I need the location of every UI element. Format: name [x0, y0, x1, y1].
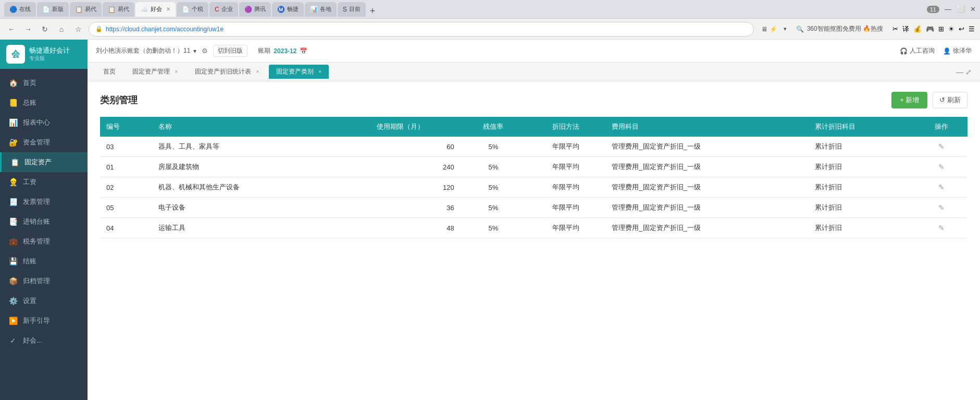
browser-tab-7[interactable]: 🟣 腾讯 — [239, 2, 271, 17]
sidebar-item-inventory[interactable]: 📑 进销台账 — [0, 212, 88, 232]
sun-icon[interactable]: ☀ — [948, 25, 954, 33]
cell-method-2: 年限平均 — [526, 177, 605, 198]
refresh-button[interactable]: ↺ 刷新 — [933, 92, 967, 108]
content-header: 类别管理 + 新增 ↺ 刷新 — [100, 92, 967, 108]
sidebar-item-extra[interactable]: ✓ 好会... — [0, 331, 88, 350]
edit-icon-2[interactable]: ✎ — [938, 183, 945, 191]
cell-code-4[interactable]: 04 — [100, 218, 152, 238]
page-tabs: 首页 固定资产管理 × 固定资产折旧统计表 × 固定资产类别 × — ⤢ — [88, 63, 980, 81]
cell-method-4: 年限平均 — [526, 218, 605, 238]
search-area[interactable]: 🔍 360智能抠图免费用 🔥热搜 — [796, 25, 883, 33]
cell-action-1[interactable]: ✎ — [915, 157, 967, 177]
home-button[interactable]: ⌂ — [55, 23, 68, 35]
sidebar-item-fixed-assets[interactable]: 📋 固定资产 — [0, 152, 88, 172]
calendar-icon[interactable]: 📅 — [300, 47, 307, 55]
account-settings-icon[interactable]: ⚙ — [202, 47, 208, 55]
browser-tab-close-4[interactable]: ✕ — [166, 6, 170, 12]
browser-tab-6[interactable]: C 企业 — [209, 2, 238, 17]
tab-close-asset-category[interactable]: × — [318, 68, 321, 75]
browser-tab-8[interactable]: Ⓜ️ 畅捷 — [272, 2, 304, 17]
logo-icon: 会 — [6, 45, 25, 64]
edit-icon-0[interactable]: ✎ — [938, 142, 945, 151]
sidebar-item-ledger[interactable]: 📒 总账 — [0, 93, 88, 113]
forward-button[interactable]: → — [22, 23, 34, 35]
sidebar-item-reports[interactable]: 📊 报表中心 — [0, 113, 88, 132]
edit-icon-4[interactable]: ✎ — [938, 224, 945, 232]
cell-period-0: 60 — [340, 137, 461, 157]
tab-home[interactable]: 首页 — [96, 65, 123, 79]
dropdown-icon[interactable]: ▾ — [193, 47, 196, 55]
cell-method-3: 年限平均 — [526, 198, 605, 218]
new-tab-button[interactable]: + — [367, 6, 379, 17]
sidebar-item-guide[interactable]: ▶️ 新手引导 — [0, 311, 88, 331]
browser-tab-5[interactable]: 📄 个税 — [177, 2, 208, 17]
edit-icon-1[interactable]: ✎ — [938, 163, 945, 171]
browser-tab-10[interactable]: S 目前 — [338, 2, 366, 17]
logo-text-area: 畅捷通好会计 专业版 — [29, 46, 70, 63]
window-minimize[interactable]: — — [945, 5, 951, 13]
browser-dropdown[interactable]: ▾ — [784, 26, 787, 32]
col-header-residual: 残值率 — [461, 117, 526, 137]
col-header-accum: 累计折旧科目 — [809, 117, 915, 137]
tab-fixed-assets-mgmt[interactable]: 固定资产管理 × — [125, 65, 185, 79]
sidebar-item-tax[interactable]: 💼 税务管理 — [0, 232, 88, 251]
edit-icon-3[interactable]: ✎ — [938, 203, 945, 212]
window-maximize[interactable]: ⬜ — [957, 5, 965, 13]
cell-code-0[interactable]: 03 — [100, 137, 152, 157]
add-button[interactable]: + 新增 — [891, 92, 927, 108]
window-close[interactable]: ✕ — [970, 5, 976, 13]
translate-icon[interactable]: 译 — [902, 25, 909, 34]
cell-action-3[interactable]: ✎ — [915, 198, 967, 218]
col-header-code: 编号 — [100, 117, 152, 137]
sidebar-item-settings[interactable]: ⚙️ 设置 — [0, 291, 88, 311]
sidebar-item-funds[interactable]: 🔐 资金管理 — [0, 132, 88, 152]
cell-code-2[interactable]: 02 — [100, 177, 152, 198]
sidebar-item-home[interactable]: 🏠 首页 — [0, 73, 88, 93]
tab-close-fixed-assets-mgmt[interactable]: × — [175, 68, 178, 75]
menu-icon[interactable]: ☰ — [969, 25, 975, 33]
address-bar[interactable]: 🔒 https://cloud.chanjet.com/accounting/u… — [89, 22, 754, 37]
tab-asset-category[interactable]: 固定资产类别 × — [269, 65, 329, 79]
sidebar-item-invoice[interactable]: 🧾 发票管理 — [0, 192, 88, 212]
sidebar-item-ledger-label: 总账 — [23, 98, 36, 107]
browser-tab-9[interactable]: 📊 各地 — [305, 2, 337, 17]
top-bar-right: 🎧 人工咨询 👤 徐泽华 — [900, 46, 972, 55]
cell-residual-2: 5% — [461, 177, 526, 198]
undo-icon[interactable]: ↩ — [959, 25, 964, 33]
cell-accum-4: 累计折旧 — [809, 218, 915, 238]
refresh-button[interactable]: ↻ — [39, 23, 51, 35]
cell-action-4[interactable]: ✎ — [915, 218, 967, 238]
browser-tab-1[interactable]: 📄 新版 — [37, 2, 69, 17]
wallet-icon[interactable]: 💰 — [913, 25, 922, 33]
tab-expand-icon[interactable]: ⤢ — [965, 68, 972, 76]
sidebar-item-close[interactable]: 💾 结账 — [0, 251, 88, 271]
bookmark-button[interactable]: ☆ — [72, 23, 84, 35]
back-button[interactable]: ← — [5, 23, 18, 35]
browser-tab-0[interactable]: 🔵 在线 — [4, 2, 36, 17]
user-avatar-icon: 👤 — [943, 47, 951, 55]
grid-icon[interactable]: ⊞ — [938, 25, 944, 33]
scissors-icon[interactable]: ✂ — [892, 25, 898, 33]
sidebar-item-payroll[interactable]: 👷 工资 — [0, 172, 88, 192]
game-icon[interactable]: 🎮 — [926, 25, 934, 33]
ledger-icon: 📒 — [8, 99, 18, 107]
browser-tab-3[interactable]: 📋 易代 — [103, 2, 134, 17]
tab-close-depreciation-stats[interactable]: × — [256, 68, 259, 75]
browser-tab-2[interactable]: 📋 易代 — [70, 2, 102, 17]
service-button[interactable]: 🎧 人工咨询 — [900, 46, 935, 55]
header-actions: + 新增 ↺ 刷新 — [891, 92, 967, 108]
tab-minimize-icon[interactable]: — — [956, 68, 963, 76]
switch-version-button[interactable]: 切到旧版 — [213, 45, 247, 57]
sidebar-item-archive[interactable]: 📦 归档管理 — [0, 271, 88, 291]
inventory-icon: 📑 — [8, 217, 18, 226]
content-area: 类别管理 + 新增 ↺ 刷新 编号 名称 使用期限（月） 残值率 折旧方法 费用… — [88, 81, 980, 400]
cell-action-0[interactable]: ✎ — [915, 137, 967, 157]
user-name: 徐泽华 — [953, 46, 972, 55]
tab-depreciation-stats[interactable]: 固定资产折旧统计表 × — [188, 65, 267, 79]
cell-code-1[interactable]: 01 — [100, 157, 152, 177]
tab-count-badge: 11 — [927, 6, 939, 13]
browser-tab-4[interactable]: ☁️ 好会 ✕ — [135, 2, 176, 17]
cell-action-2[interactable]: ✎ — [915, 177, 967, 198]
browser-tab-bar: 🔵 在线 📄 新版 📋 易代 📋 易代 ☁️ 好会 ✕ 📄 个税 C 企业 — [0, 0, 980, 19]
cell-code-3[interactable]: 05 — [100, 198, 152, 218]
